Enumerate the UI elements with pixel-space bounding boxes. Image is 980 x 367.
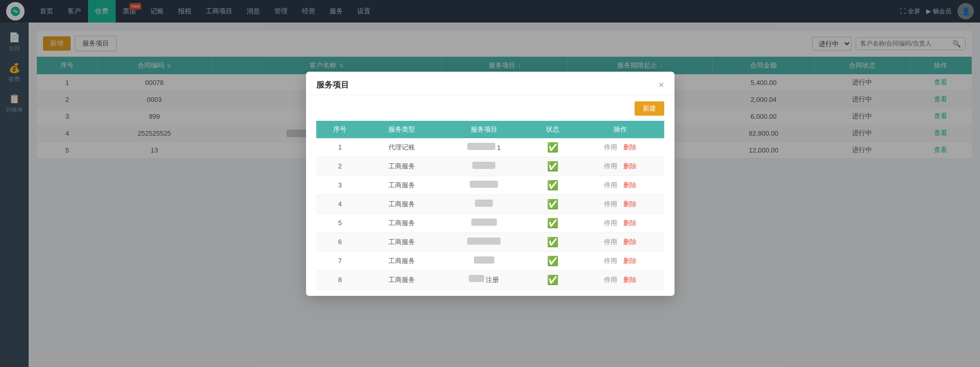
stop-action-4[interactable]: 停用 <box>604 200 617 208</box>
stop-action-1[interactable]: 停用 <box>604 143 617 151</box>
modal-table-row: 6 工商服务 ✅ 停用 删除 <box>316 232 664 251</box>
stop-action-2[interactable]: 停用 <box>604 162 617 170</box>
modal-col-status: 状态 <box>529 121 577 138</box>
modal-toolbar: 新建 <box>316 101 664 116</box>
status-active-3: ✅ <box>547 180 558 190</box>
modal-table-wrapper: 序号 服务类型 服务项目 状态 操作 1 代理记账 1 ✅ <box>316 121 664 290</box>
modal-col-item: 服务项目 <box>439 121 529 138</box>
modal-table-row: 1 代理记账 1 ✅ 停用 删除 <box>316 138 664 157</box>
status-active-6: ✅ <box>547 237 558 247</box>
stop-action-5[interactable]: 停用 <box>604 219 617 227</box>
modal-title: 服务项目 <box>316 80 349 91</box>
modal-service-table: 序号 服务类型 服务项目 状态 操作 1 代理记账 1 ✅ <box>316 121 664 290</box>
modal-table-row: 3 工商服务 ✅ 停用 删除 <box>316 176 664 195</box>
modal-new-button[interactable]: 新建 <box>635 101 664 116</box>
stop-action-7[interactable]: 停用 <box>604 257 617 265</box>
modal-col-action: 操作 <box>577 121 664 138</box>
stop-action-3[interactable]: 停用 <box>604 181 617 189</box>
delete-action-2[interactable]: 删除 <box>623 162 637 170</box>
modal-overlay[interactable]: 服务项目 × 新建 序号 服务类型 服务项目 状态 操作 <box>0 0 980 367</box>
modal-close-button[interactable]: × <box>659 80 664 90</box>
delete-action-7[interactable]: 删除 <box>623 257 637 265</box>
stop-action-6[interactable]: 停用 <box>604 238 617 246</box>
delete-action-3[interactable]: 删除 <box>623 181 637 189</box>
modal-body: 新建 序号 服务类型 服务项目 状态 操作 <box>306 95 674 296</box>
modal-header: 服务项目 × <box>306 72 674 95</box>
service-items-modal: 服务项目 × 新建 序号 服务类型 服务项目 状态 操作 <box>306 72 674 296</box>
status-active-8: ✅ <box>547 275 558 285</box>
status-active-4: ✅ <box>547 199 558 209</box>
delete-action-5[interactable]: 删除 <box>623 219 637 227</box>
delete-action-1[interactable]: 删除 <box>623 143 637 151</box>
modal-col-seq: 序号 <box>316 121 364 138</box>
delete-action-6[interactable]: 删除 <box>623 238 637 246</box>
stop-action-8[interactable]: 停用 <box>604 276 617 284</box>
modal-table-row: 8 工商服务 注册 ✅ 停用 删除 <box>316 270 664 289</box>
modal-table-row: 5 工商服务 ✅ 停用 删除 <box>316 213 664 232</box>
modal-table-row: 4 工商服务 ✅ 停用 删除 <box>316 195 664 213</box>
modal-table-row: 7 工商服务 ✅ 停用 删除 <box>316 251 664 270</box>
status-active-1: ✅ <box>547 142 558 153</box>
modal-col-type: 服务类型 <box>364 121 439 138</box>
delete-action-8[interactable]: 删除 <box>623 276 637 284</box>
modal-table-row: 2 工商服务 ✅ 停用 删除 <box>316 157 664 176</box>
status-active-5: ✅ <box>547 218 558 228</box>
modal-table-header: 序号 服务类型 服务项目 状态 操作 <box>316 121 664 138</box>
status-active-7: ✅ <box>547 256 558 266</box>
delete-action-4[interactable]: 删除 <box>623 200 637 208</box>
status-active-2: ✅ <box>547 161 558 171</box>
